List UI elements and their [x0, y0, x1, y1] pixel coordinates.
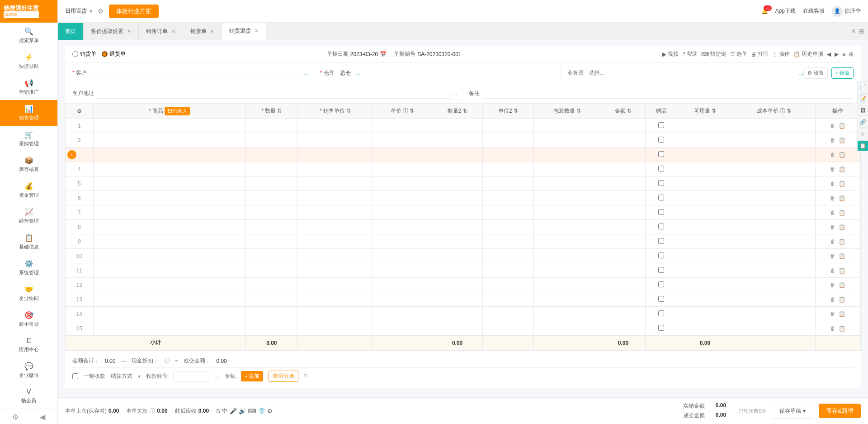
row-costprice-15[interactable]: [733, 321, 815, 336]
sidebar-item-purchase[interactable]: 🛒 采购管理: [0, 126, 57, 152]
row-unit2-11[interactable]: [483, 263, 533, 278]
voice-icon[interactable]: 🔊: [239, 408, 246, 414]
tab-sale-return[interactable]: 销货退货 ✕: [222, 23, 266, 40]
sidebar-item-finance[interactable]: 💰 资金管理: [0, 177, 57, 203]
tab-sale-order[interactable]: 销售订单 ✕: [139, 23, 183, 40]
tab-home[interactable]: 首页: [58, 23, 84, 40]
row-goods-6[interactable]: [93, 191, 245, 205]
keyboard-icon[interactable]: ⌨: [248, 408, 256, 414]
row-qty-7[interactable]: [245, 205, 297, 220]
row-unit2-9[interactable]: [483, 234, 533, 249]
delete-icon-9[interactable]: 🗑: [830, 238, 835, 245]
row-available-5[interactable]: [677, 176, 733, 191]
row-unit2-3[interactable]: [483, 148, 533, 162]
row-unit2-2[interactable]: [483, 133, 533, 148]
rsp-star-icon[interactable]: ☆: [857, 129, 868, 139]
row-qty2-5[interactable]: [432, 176, 482, 191]
goods-input-15[interactable]: [95, 325, 244, 332]
row-packqty-15[interactable]: [533, 321, 601, 336]
tab-sale-shipment-close[interactable]: ✕: [210, 29, 214, 34]
row-packqty-7[interactable]: [533, 205, 601, 220]
row-amount-12[interactable]: [601, 278, 645, 292]
calendar-icon[interactable]: 📅: [380, 51, 387, 57]
row-qty2-1[interactable]: [432, 119, 482, 133]
select-btn[interactable]: ☰ 选单: [730, 50, 747, 58]
copy-icon-11[interactable]: 📋: [839, 267, 845, 274]
gear-icon[interactable]: ⚙: [98, 7, 104, 15]
delete-icon-6[interactable]: 🗑: [830, 195, 835, 201]
row-available-15[interactable]: [677, 321, 733, 336]
settings2-icon[interactable]: ⚙: [267, 408, 273, 414]
row-price-10[interactable]: [373, 249, 432, 263]
row-costprice-14[interactable]: [733, 307, 815, 321]
row-amount-11[interactable]: [601, 263, 645, 278]
row-price-8[interactable]: [373, 220, 432, 234]
rsp-link-icon[interactable]: 🔗: [857, 117, 868, 128]
rsp-active-icon[interactable]: 📋: [857, 140, 868, 151]
row-qty2-15[interactable]: [432, 321, 482, 336]
copy-icon-3[interactable]: 📋: [839, 152, 845, 158]
copy-icon-1[interactable]: 📋: [839, 123, 845, 129]
row-costprice-10[interactable]: [733, 249, 815, 263]
row-unit-4[interactable]: [297, 162, 373, 176]
copy-icon-9[interactable]: 📋: [839, 238, 845, 245]
goods-input-5[interactable]: [95, 181, 244, 187]
row-goods-2[interactable]: [93, 133, 245, 148]
row-available-12[interactable]: [677, 278, 733, 292]
goods-input-3[interactable]: [95, 152, 244, 158]
row-costprice-12[interactable]: [733, 278, 815, 292]
gift-checkbox-11[interactable]: [658, 267, 664, 273]
delete-icon-10[interactable]: 🗑: [830, 253, 835, 259]
zhongwen-icon[interactable]: 中: [222, 407, 228, 415]
row-price-11[interactable]: [373, 263, 432, 278]
operate-btn[interactable]: ⋮ 操作: [772, 50, 790, 58]
row-costprice-9[interactable]: [733, 234, 815, 249]
row-gift-11[interactable]: [646, 263, 677, 278]
row-qty-2[interactable]: [245, 133, 297, 148]
row-unit-6[interactable]: [297, 191, 373, 205]
gift-checkbox-12[interactable]: [658, 281, 664, 287]
delete-icon-15[interactable]: 🗑: [830, 325, 835, 332]
row-goods-12[interactable]: [93, 278, 245, 292]
copy-icon-8[interactable]: 📋: [839, 224, 845, 230]
tab-close-all-icon[interactable]: ✕: [851, 28, 856, 35]
row-costprice-5[interactable]: [733, 176, 815, 191]
row-price-4[interactable]: [373, 162, 432, 176]
row-qty-12[interactable]: [245, 278, 297, 292]
tab-sale-return-close[interactable]: ✕: [255, 28, 259, 34]
row-qty2-3[interactable]: [432, 148, 482, 162]
delete-icon-7[interactable]: 🗑: [830, 210, 835, 216]
settings-btn[interactable]: ⚙ 设置: [803, 67, 827, 79]
sidebar-item-shortcut[interactable]: ⚡ 快捷导航: [0, 48, 57, 74]
goods-input-12[interactable]: [95, 282, 244, 288]
copy-icon-13[interactable]: 📋: [839, 296, 845, 303]
layout2-btn[interactable]: ⊞: [849, 51, 854, 57]
row-costprice-11[interactable]: [733, 263, 815, 278]
row-qty-1[interactable]: [245, 119, 297, 133]
row-gift-2[interactable]: [646, 133, 677, 148]
delete-icon-14[interactable]: 🗑: [830, 311, 835, 317]
goods-input-11[interactable]: [95, 267, 244, 274]
row-unit2-15[interactable]: [483, 321, 533, 336]
row-unit-14[interactable]: [297, 307, 373, 321]
row-goods-14[interactable]: [93, 307, 245, 321]
row-qty2-14[interactable]: [432, 307, 482, 321]
row-unit2-4[interactable]: [483, 162, 533, 176]
row-qty2-6[interactable]: [432, 191, 482, 205]
copy-icon-7[interactable]: 📋: [839, 210, 845, 216]
row-available-10[interactable]: [677, 249, 733, 263]
goods-input-7[interactable]: [95, 210, 244, 216]
row-qty-9[interactable]: [245, 234, 297, 249]
goods-input-9[interactable]: [95, 238, 244, 245]
sidebar-item-basic[interactable]: 📋 基础信息: [0, 229, 57, 255]
row-qty-5[interactable]: [245, 176, 297, 191]
copy-icon-5[interactable]: 📋: [839, 181, 845, 187]
sougou-icon[interactable]: S: [216, 408, 220, 414]
video-btn[interactable]: ▶ 视频: [662, 50, 679, 58]
sidebar-item-operations[interactable]: 📈 经营管理: [0, 203, 57, 229]
row-unit-13[interactable]: [297, 292, 373, 307]
gift-checkbox-6[interactable]: [658, 195, 664, 200]
experience-btn[interactable]: 体验行业方案: [109, 5, 159, 18]
sidebar-item-enterprise[interactable]: 🤝 企业协同: [0, 281, 57, 306]
row-unit2-5[interactable]: [483, 176, 533, 191]
